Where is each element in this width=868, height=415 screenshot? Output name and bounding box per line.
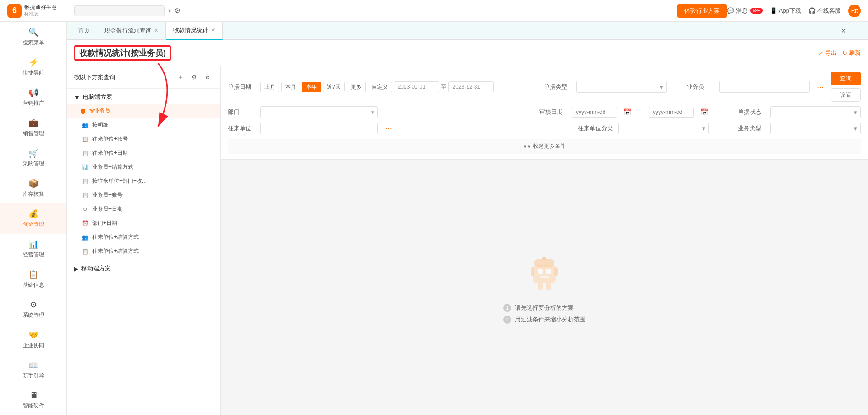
- scheme-label-partner-date: 往来单位+日期: [92, 149, 128, 157]
- content-area: 首页 现金银行流水查询 ✕ 收款情况统计 ✕ ✕ ⛶ 收款情况统计(按业务员) …: [67, 22, 868, 415]
- refresh-button[interactable]: ↻ 刷新: [842, 49, 861, 57]
- tab-bank-flow-close[interactable]: ✕: [154, 28, 158, 33]
- mobile-scheme-group-header[interactable]: ▶ 移动端方案: [67, 262, 220, 275]
- notification-area[interactable]: 💬 消息 99+: [727, 7, 763, 15]
- salesman-more-btn[interactable]: ···: [815, 82, 826, 92]
- panel-collapse-btn[interactable]: «: [202, 72, 213, 83]
- scheme-item-salesman-account[interactable]: 📋 业务员+账号: [67, 188, 220, 202]
- empty-step-1: 1 请先选择要分析的方案: [503, 304, 585, 312]
- app-download-area[interactable]: 📱 App下载: [770, 7, 801, 15]
- scheme-item-dept-date[interactable]: ⏰ 部门+日期: [67, 216, 220, 230]
- window-maximize-btn[interactable]: ⛶: [852, 26, 861, 35]
- collab-icon: 🤝: [28, 330, 38, 340]
- header-search-input[interactable]: [74, 5, 165, 16]
- tab-bank-flow-label: 现金银行流水查询: [104, 27, 151, 35]
- salesman-input[interactable]: [719, 81, 810, 93]
- scheme-item-salesman-date[interactable]: ⚙ 业务员+日期: [67, 202, 220, 216]
- salesman-account-icon: 📋: [81, 192, 89, 199]
- user-avatar[interactable]: Rit: [848, 5, 861, 17]
- dropdown-arrow[interactable]: ▾: [168, 8, 171, 14]
- scheme-label-partner-account: 往来单位+账号: [92, 135, 128, 143]
- sidebar-item-sales[interactable]: 💼 销售管理: [0, 113, 66, 143]
- counterpart-category-select[interactable]: [618, 123, 709, 134]
- partner-payment2-icon: 📋: [81, 248, 89, 255]
- date-btn-custom[interactable]: 自定义: [368, 82, 392, 92]
- settings-button[interactable]: 设置: [831, 88, 861, 102]
- pc-group-label: 电脑端方案: [83, 93, 112, 101]
- scheme-item-partner-payment2[interactable]: 📋 往来单位+结算方式: [67, 244, 220, 258]
- sidebar-item-operation[interactable]: 📊 经营管理: [0, 234, 66, 264]
- quicknav-icon: ⚡: [28, 57, 38, 67]
- voucher-status-select[interactable]: [770, 106, 861, 118]
- pc-scheme-group-header[interactable]: ▼ 电脑端方案: [67, 90, 220, 104]
- date-btn-last-7days[interactable]: 近7天: [323, 82, 345, 92]
- sidebar-item-inventory[interactable]: 📦 库存核算: [0, 173, 66, 203]
- sidebar-item-collab[interactable]: 🤝 企业协同: [0, 325, 66, 355]
- scheme-item-salesman-payment[interactable]: 📊 业务员+结算方式: [67, 160, 220, 174]
- trial-button[interactable]: 体验行业方案: [677, 4, 727, 18]
- mobile-scheme-group: ▶ 移动端方案: [67, 260, 220, 277]
- calendar-icon-1[interactable]: 📅: [623, 108, 632, 116]
- scheme-item-salesman[interactable]: ● 按业务员: [67, 104, 220, 118]
- mobile-group-label: 移动端方案: [81, 264, 111, 273]
- date-btn-this-month[interactable]: 本月: [281, 82, 300, 92]
- tab-bank-flow[interactable]: 现金银行流水查询 ✕: [97, 22, 166, 40]
- date-btn-this-year[interactable]: 本年: [302, 82, 321, 92]
- panel-add-btn[interactable]: ＋: [175, 72, 186, 83]
- scheme-item-partner-account[interactable]: 📋 往来单位+账号: [67, 132, 220, 146]
- sidebar-item-search[interactable]: 🔍 搜索菜单: [0, 22, 66, 52]
- voucher-type-select[interactable]: [576, 81, 667, 93]
- settings-icon[interactable]: ⚙: [175, 6, 181, 15]
- audit-date-from-input[interactable]: [572, 107, 617, 118]
- system-icon: ⚙: [30, 300, 37, 310]
- empty-step-1-label: 请先选择要分析的方案: [515, 304, 574, 312]
- tab-home[interactable]: 首页: [71, 22, 97, 40]
- marketing-icon: 📢: [28, 88, 38, 98]
- date-to-input[interactable]: [448, 81, 494, 92]
- online-service-area[interactable]: 🎧 在线客服: [808, 7, 841, 15]
- audit-date-to-input[interactable]: [649, 107, 694, 118]
- scheme-item-detail[interactable]: 👥 按明细: [67, 118, 220, 132]
- counterpart-category-select-wrapper: [618, 123, 709, 134]
- date-btn-last-month[interactable]: 上月: [260, 82, 279, 92]
- scheme-label-detail: 按明细: [92, 121, 108, 129]
- sidebar-item-hardware[interactable]: 🖥 智能硬件: [0, 385, 66, 415]
- scheme-item-partner-date[interactable]: 📋 往来单位+日期: [67, 146, 220, 160]
- collapse-row[interactable]: ∧∧ 收起更多条件: [228, 139, 861, 154]
- sidebar-item-system[interactable]: ⚙ 系统管理: [0, 294, 66, 325]
- voucher-status-label: 单据状态: [738, 108, 765, 116]
- pc-scheme-group: ▼ 电脑端方案 ● 按业务员 👥 按明细 📋 往来单位+账号: [67, 89, 220, 260]
- date-btn-more[interactable]: 更多: [347, 82, 366, 92]
- calendar-icon-2[interactable]: 📅: [699, 108, 709, 116]
- empty-steps: 1 请先选择要分析的方案 2 用过滤条件来缩小分析范围: [503, 304, 585, 324]
- sidebar-item-marketing[interactable]: 📢 营销推广: [0, 82, 66, 113]
- tab-collection-stats-close[interactable]: ✕: [211, 27, 215, 33]
- export-button[interactable]: ↗ 导出: [818, 49, 837, 57]
- sidebar-item-basic[interactable]: 📋 基础信息: [0, 264, 66, 294]
- panel-gear-btn[interactable]: ⚙: [189, 72, 199, 83]
- date-from-input[interactable]: [394, 81, 439, 92]
- scheme-item-partner-payment1[interactable]: 👥 往来单位+结算方式: [67, 230, 220, 244]
- page-actions: ↗ 导出 ↻ 刷新: [818, 49, 861, 57]
- dept-label: 部门: [228, 108, 255, 116]
- sales-icon: 💼: [28, 118, 38, 128]
- inventory-icon: 📦: [28, 179, 38, 189]
- scheme-item-partner-dept[interactable]: 📋 按往来单位+部门+收...: [67, 174, 220, 188]
- sidebar-item-finance[interactable]: 💰 资金管理: [0, 203, 66, 234]
- sidebar-label-sales: 销售管理: [23, 130, 44, 137]
- sidebar-item-guide[interactable]: 📖 新手引导: [0, 355, 66, 385]
- window-close-btn[interactable]: ✕: [839, 26, 848, 35]
- sidebar-item-purchase[interactable]: 🛒 采购管理: [0, 143, 66, 173]
- sidebar-item-quicknav[interactable]: ⚡ 快捷导航: [0, 52, 66, 82]
- search-form: 单据日期 上月 本月 本年 近7天 更多 自定义 至: [221, 66, 868, 160]
- business-type-select[interactable]: [770, 123, 861, 134]
- left-panel: 按以下方案查询 ＋ ⚙ « ▼ 电脑端方案 ● 按业务员: [67, 66, 221, 415]
- counterpart-input[interactable]: [260, 123, 378, 134]
- counterpart-more-btn[interactable]: ···: [383, 124, 394, 133]
- dept-select[interactable]: [260, 106, 378, 118]
- svg-rect-0: [533, 265, 556, 283]
- logo-text: 畅捷通好生意: [24, 4, 57, 11]
- partner-account-icon: 📋: [81, 136, 89, 143]
- query-button[interactable]: 查询: [831, 72, 861, 85]
- tab-collection-stats[interactable]: 收款情况统计 ✕: [166, 22, 223, 40]
